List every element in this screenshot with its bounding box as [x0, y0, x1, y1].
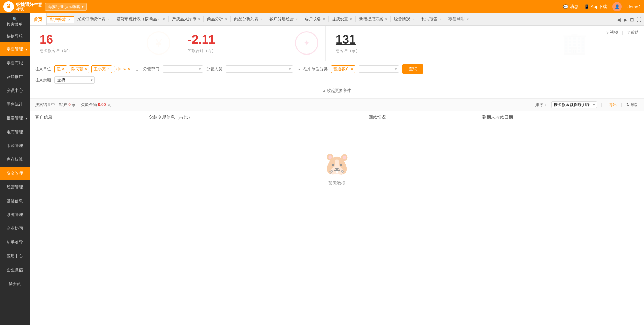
main-layout: 🔍 搜索菜单 快捷导航 零售管理零售商城营销推广会员中心零售统计批发管理电商管理…: [0, 13, 644, 325]
message-icon: 💬: [563, 4, 568, 9]
tab-cost-stock[interactable]: 产成品入库单×: [169, 16, 204, 22]
unit-type-select-wrapper: [359, 65, 399, 73]
refresh-btn[interactable]: ↻ 刷新: [626, 102, 639, 108]
sidebar-item-retail-stats[interactable]: 零售统计: [0, 98, 30, 111]
sidebar-item-purchase[interactable]: 采购管理: [0, 139, 30, 153]
tab-new-achieve[interactable]: 新增提成方案×: [356, 16, 391, 22]
sidebar-item-batch-manage[interactable]: 批发管理: [0, 111, 30, 125]
sidebar-search[interactable]: 🔍 搜索菜单: [0, 13, 30, 31]
tab-goods-analysis-list[interactable]: 商品分析列表×: [231, 16, 266, 22]
video-link[interactable]: ▷ 视频: [606, 30, 618, 35]
tab-customer-tier[interactable]: 客户分层经营×: [266, 16, 301, 22]
tab-close-biz-status[interactable]: ×: [412, 17, 414, 21]
query-button[interactable]: 查询: [402, 64, 423, 74]
unit-type-tag-container: 普通客户 ×: [331, 65, 355, 73]
sidebar-item-marketing[interactable]: 营销推广: [0, 70, 30, 84]
tab-expand-icon[interactable]: ⊞: [629, 16, 635, 23]
collapse-btn[interactable]: 收起更多条件: [35, 86, 639, 95]
stat-credit-total: ✦ -2.11 欠款合计（万）: [177, 26, 325, 61]
tab-home[interactable]: 首页: [30, 13, 47, 25]
filter-row-2: 往来余额 选择...: [35, 76, 639, 84]
refresh-icon: ↻: [626, 102, 630, 107]
person-more-btn[interactable]: ···: [296, 66, 300, 72]
tab-purchase-order[interactable]: 采购订单统计表×: [74, 16, 113, 22]
unit-type-label: 往来单位分类: [303, 66, 328, 72]
sidebar-item-app-center[interactable]: 应用中心: [0, 249, 30, 263]
unit-label: 往来单位: [35, 66, 51, 72]
tab-close-cost-stock[interactable]: ×: [198, 17, 200, 21]
result-bar: 搜索结果中，客户 0 家 欠款金额 0.00 元 排序： 按欠款金额倒序排序: [30, 99, 644, 111]
message-btn[interactable]: 💬 消息: [563, 4, 578, 10]
sidebar-item-system[interactable]: 系统管理: [0, 208, 30, 222]
remainder-select[interactable]: 选择...: [54, 76, 95, 84]
filter-tag-close-陈民强[interactable]: ×: [85, 67, 87, 71]
help-link[interactable]: ? 帮助: [627, 30, 639, 35]
tab-close-accounts[interactable]: ×: [68, 18, 70, 22]
table-body: 🐹 暂无数据: [30, 124, 644, 214]
sidebar-item-operation[interactable]: 经营管理: [0, 180, 30, 194]
sidebar: 🔍 搜索菜单 快捷导航 零售管理零售商城营销推广会员中心零售统计批发管理电商管理…: [0, 13, 30, 325]
dept-select-wrapper: [163, 65, 203, 73]
sidebar-item-vip[interactable]: 畅会员: [0, 277, 30, 291]
top-bar-left: ¥ 畅捷通好生意 标版 母婴行业演示帐套 ▾: [3, 1, 87, 12]
sidebar-item-enterprise-wx[interactable]: 企业微信: [0, 263, 30, 277]
username-label[interactable]: demo2: [627, 4, 641, 9]
sidebar-item-basic-info[interactable]: 基础信息: [0, 194, 30, 208]
tab-improve-settings[interactable]: 提成设置×: [329, 16, 356, 22]
tab-bar-actions: ◀ ▶ ⊞ ⛶: [614, 16, 644, 23]
tab-prev-icon[interactable]: ◀: [616, 16, 621, 23]
tab-close-improve-settings[interactable]: ×: [350, 17, 352, 21]
remainder-select-wrapper: 选择...: [54, 76, 95, 84]
sidebar-item-retail-manage[interactable]: 零售管理: [0, 42, 30, 56]
filter-tag-close-cjttcw[interactable]: ×: [128, 67, 130, 71]
filter-tag-close-伍[interactable]: ×: [62, 67, 65, 71]
sort-select[interactable]: 按欠款金额倒序排序: [551, 101, 597, 108]
tab-fullscreen-icon[interactable]: ⛶: [636, 16, 642, 23]
tab-customer-contact[interactable]: 客户联络×: [301, 16, 329, 22]
export-btn[interactable]: ↑ 导出: [606, 102, 617, 108]
sidebar-item-ecommerce[interactable]: 电商管理: [0, 125, 30, 139]
tab-close-customer-contact[interactable]: ×: [323, 17, 325, 21]
tab-close-new-achieve[interactable]: ×: [385, 17, 387, 21]
filter-row-1: 往来单位 伍×陈民强×王小亮×cjttcw× ... 分管部门 分管人员 ···…: [35, 64, 639, 74]
col-回款情况: 回款情况: [363, 111, 477, 124]
tab-next-icon[interactable]: ▶: [623, 16, 628, 23]
sidebar-item-inventory[interactable]: 库存核算: [0, 153, 30, 167]
sidebar-item-new-guide[interactable]: 新手引导: [0, 236, 30, 249]
sidebar-item-capital[interactable]: 资金管理: [0, 167, 30, 180]
table-empty-row: 🐹 暂无数据: [30, 124, 644, 214]
filter-tag-close-王小亮[interactable]: ×: [107, 67, 110, 71]
unit-type-tag-close[interactable]: ×: [351, 67, 353, 71]
sidebar-item-member-center[interactable]: 会员中心: [0, 84, 30, 98]
tab-close-purchase-stats[interactable]: ×: [163, 17, 165, 21]
tab-retail-profit[interactable]: 零售利润×: [445, 16, 472, 22]
person-input[interactable]: [226, 65, 293, 73]
dept-select[interactable]: [163, 65, 203, 73]
tab-close-purchase-order[interactable]: ×: [108, 17, 110, 21]
result-count: 0: [68, 102, 71, 107]
sidebar-item-retail-mall[interactable]: 零售商城: [0, 56, 30, 70]
result-bar-right: 排序： 按欠款金额倒序排序 | ↑ 导出 | ↻ 刷新: [535, 101, 639, 108]
sort-label: 排序：: [535, 102, 547, 108]
tab-goods-analysis[interactable]: 商品分析×: [204, 16, 231, 22]
tab-close-customer-tier[interactable]: ×: [296, 17, 298, 21]
tab-close-goods-analysis-list[interactable]: ×: [260, 17, 262, 21]
sidebar-item-enterprise[interactable]: 企业协同: [0, 222, 30, 236]
filter-tags-container: 伍×陈民强×王小亮×cjttcw×: [54, 65, 132, 73]
tab-purchase-stats[interactable]: 进货单统计表（按商品）×: [113, 16, 169, 22]
tab-biz-status[interactable]: 经营情况×: [391, 16, 418, 22]
avatar[interactable]: 👤: [612, 2, 622, 11]
filter-more-btn[interactable]: ...: [136, 66, 140, 72]
tab-close-retail-profit[interactable]: ×: [467, 17, 469, 21]
sidebar-quicknav[interactable]: 快捷导航: [0, 31, 30, 42]
version-select[interactable]: 母婴行业演示帐套 ▾: [45, 3, 87, 11]
tab-close-goods-analysis[interactable]: ×: [225, 17, 227, 21]
app-download-btn[interactable]: 📱 App下载: [584, 4, 607, 10]
credit-icon: ¥: [147, 31, 170, 55]
col-到期未收款日期: 到期未收款日期: [477, 111, 644, 124]
tab-profit-report[interactable]: 利润报告×: [418, 16, 445, 22]
tab-accounts[interactable]: 客户账本×: [47, 16, 74, 23]
tab-close-profit-report[interactable]: ×: [439, 17, 441, 21]
tab-bar: 首页 客户账本×采购订单统计表×进货单统计表（按商品）×产成品入库单×商品分析×…: [30, 13, 644, 26]
unit-type-select[interactable]: [359, 65, 399, 73]
